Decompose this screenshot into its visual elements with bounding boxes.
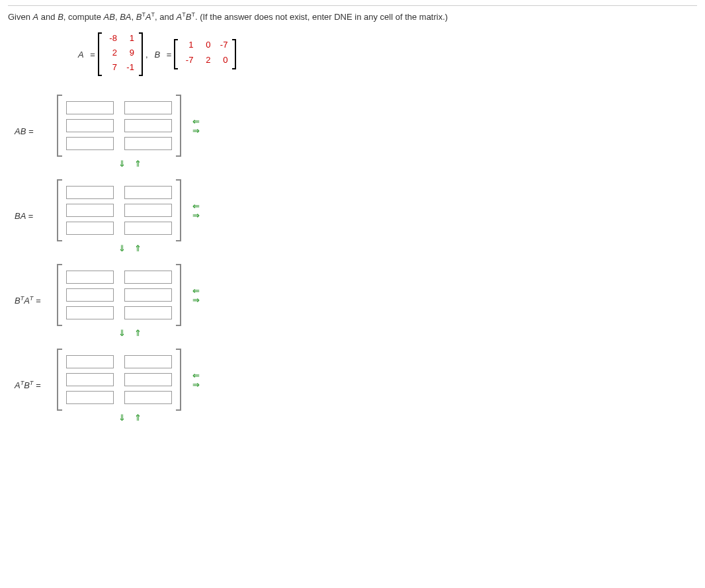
grow-rows-icon[interactable]: ⇓ [115,413,128,421]
matrix-B: 10-7 -720 [179,39,231,69]
shrink-cols-icon[interactable]: ⇐ [189,371,202,379]
atbt-cell[interactable] [124,373,172,386]
ba-cell[interactable] [124,186,172,199]
atbt-cell[interactable] [124,391,172,404]
ab-cell[interactable] [66,137,114,150]
ba-cell[interactable] [124,222,172,235]
shrink-cols-icon[interactable]: ⇐ [189,117,202,125]
grow-cols-icon[interactable]: ⇒ [189,126,202,134]
shrink-cols-icon[interactable]: ⇐ [189,202,202,210]
shrink-rows-icon[interactable]: ⇑ [131,244,144,252]
grow-rows-icon[interactable]: ⇓ [115,329,128,337]
btat-cell[interactable] [66,288,114,302]
atbt-cell[interactable] [66,391,114,404]
answer-BTAT: BTAT = ⇐ ⇒ ⇓ ⇑ [15,264,697,337]
ba-cell[interactable] [66,222,114,235]
label-BTAT: BTAT = [15,295,57,306]
btat-cell[interactable] [66,306,114,319]
atbt-cell[interactable] [66,373,114,386]
btat-cell[interactable] [124,271,172,284]
label-AB: AB = [15,126,57,136]
ba-cell[interactable] [66,186,114,199]
answer-BA: BA = ⇐ ⇒ ⇓ ⇑ [15,179,697,252]
shrink-cols-icon[interactable]: ⇐ [189,286,202,294]
grow-cols-icon[interactable]: ⇒ [189,296,202,304]
answer-AB: AB = ⇐ ⇒ ⇓ ⇑ [15,95,697,167]
shrink-rows-icon[interactable]: ⇑ [131,159,144,167]
ab-cell[interactable] [124,119,172,132]
label-ATBT: ATBT = [15,380,57,390]
ab-cell[interactable] [66,101,114,114]
btat-cell[interactable] [124,306,172,319]
shrink-rows-icon[interactable]: ⇑ [131,413,144,421]
btat-cell[interactable] [124,288,172,302]
answer-ATBT: ATBT = ⇐ ⇒ ⇓ ⇑ [15,349,697,421]
question-text: Given A and B, compute AB, BA, BTAT, and… [8,11,697,22]
shrink-rows-icon[interactable]: ⇑ [131,329,144,337]
grow-cols-icon[interactable]: ⇒ [189,380,202,388]
ab-cell[interactable] [124,101,172,114]
label-BA: BA = [15,211,57,221]
matrix-A: -81 29 7-1 [103,32,138,76]
grow-rows-icon[interactable]: ⇓ [115,244,128,252]
btat-cell[interactable] [66,271,114,284]
atbt-cell[interactable] [66,355,114,368]
ab-cell[interactable] [66,119,114,132]
grow-rows-icon[interactable]: ⇓ [115,159,128,167]
atbt-cell[interactable] [124,355,172,368]
ba-cell[interactable] [124,204,172,217]
ba-cell[interactable] [66,204,114,217]
ab-cell[interactable] [124,137,172,150]
grow-cols-icon[interactable]: ⇒ [189,211,202,219]
given-matrices: A = -81 29 7-1 , B = 10-7 [74,32,697,76]
